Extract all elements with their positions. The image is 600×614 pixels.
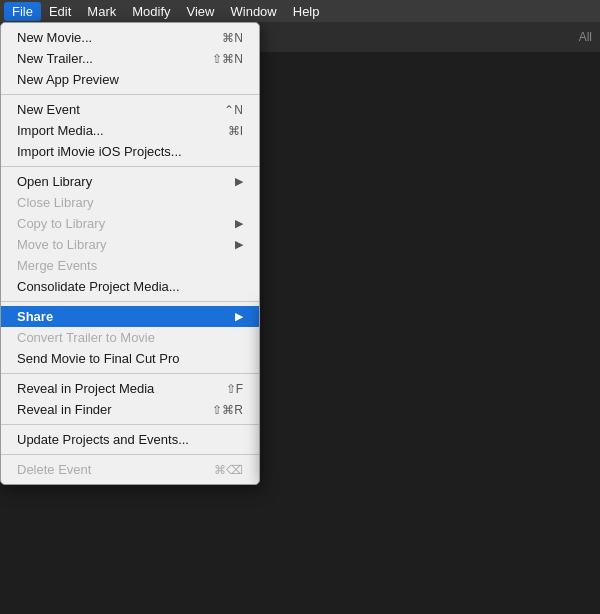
menu-import-ios[interactable]: Import iMovie iOS Projects...: [1, 141, 259, 162]
menu-share[interactable]: Share ▶ Theater (default)... ⌘E Email...…: [1, 306, 259, 327]
separator-2: [1, 166, 259, 167]
menu-delete-event: Delete Event ⌘⌫: [1, 459, 259, 480]
separator-1: [1, 94, 259, 95]
menu-new-event[interactable]: New Event ⌃N: [1, 99, 259, 120]
menubar: File Edit Mark Modify View Window Help: [0, 0, 600, 22]
menubar-view[interactable]: View: [179, 2, 223, 21]
separator-3: [1, 301, 259, 302]
menu-close-library: Close Library: [1, 192, 259, 213]
file-menu: New Movie... ⌘N New Trailer... ⇧⌘N New A…: [0, 22, 260, 485]
menu-move-to-library: Move to Library ▶: [1, 234, 259, 255]
menubar-help[interactable]: Help: [285, 2, 328, 21]
menu-merge-events: Merge Events: [1, 255, 259, 276]
menu-send-to-fcp[interactable]: Send Movie to Final Cut Pro: [1, 348, 259, 369]
menubar-modify[interactable]: Modify: [124, 2, 178, 21]
menu-update-projects[interactable]: Update Projects and Events...: [1, 429, 259, 450]
menu-copy-to-library: Copy to Library ▶: [1, 213, 259, 234]
menu-reveal-finder[interactable]: Reveal in Finder ⇧⌘R: [1, 399, 259, 420]
menubar-window[interactable]: Window: [223, 2, 285, 21]
menu-consolidate[interactable]: Consolidate Project Media...: [1, 276, 259, 297]
separator-5: [1, 424, 259, 425]
separator-6: [1, 454, 259, 455]
menubar-mark[interactable]: Mark: [79, 2, 124, 21]
menubar-edit[interactable]: Edit: [41, 2, 79, 21]
separator-4: [1, 373, 259, 374]
menu-open-library[interactable]: Open Library ▶: [1, 171, 259, 192]
menu-convert-trailer: Convert Trailer to Movie: [1, 327, 259, 348]
toolbar-all: All: [579, 30, 592, 44]
menubar-file[interactable]: File: [4, 2, 41, 21]
menu-import-media[interactable]: Import Media... ⌘I: [1, 120, 259, 141]
menu-reveal-project[interactable]: Reveal in Project Media ⇧F: [1, 378, 259, 399]
menu-new-movie[interactable]: New Movie... ⌘N: [1, 27, 259, 48]
menu-new-trailer[interactable]: New Trailer... ⇧⌘N: [1, 48, 259, 69]
menu-new-app-preview[interactable]: New App Preview: [1, 69, 259, 90]
